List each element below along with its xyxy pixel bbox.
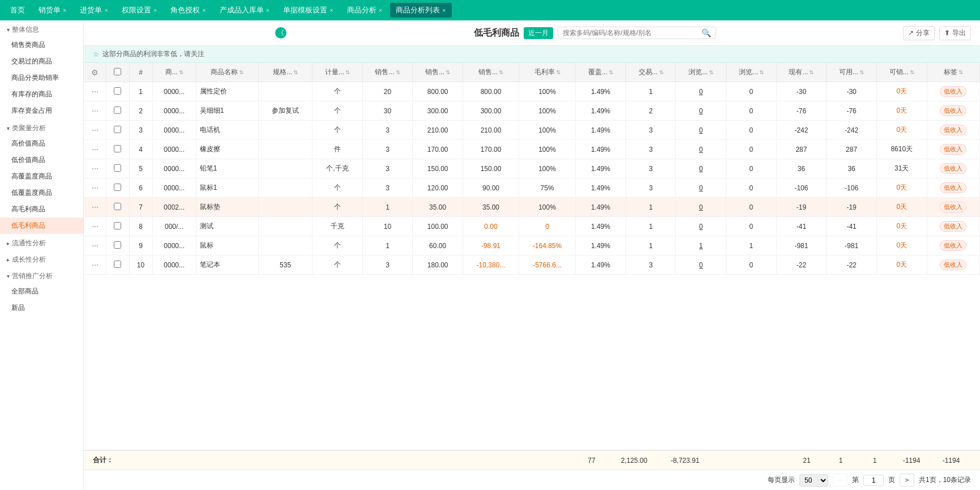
nav-role-auth[interactable]: 角色授权× <box>165 3 211 18</box>
col-code-header[interactable]: 商...⇅ <box>152 63 196 82</box>
nav-home[interactable]: 首页 <box>5 3 31 18</box>
col-sales-profit-header[interactable]: 销售...⇅ <box>463 63 519 82</box>
row-name[interactable]: 属性定价 <box>196 82 258 101</box>
sidebar-item-low-value[interactable]: 低价值商品 <box>0 152 83 168</box>
row-name[interactable]: 测试 <box>196 217 258 236</box>
row-tag[interactable]: 低收入 <box>927 198 979 217</box>
row-settings[interactable]: ⋯ <box>84 121 106 140</box>
row-checkbox[interactable] <box>106 159 129 178</box>
row-view1[interactable]: 1 <box>676 236 726 255</box>
row-checkbox[interactable] <box>106 140 129 159</box>
row-name[interactable]: 吴细细1 <box>196 101 258 121</box>
row-checkbox[interactable] <box>106 236 129 255</box>
row-view1[interactable]: 0 <box>676 101 726 121</box>
row-view1[interactable]: 0 <box>676 217 726 236</box>
row-checkbox[interactable] <box>106 101 129 121</box>
row-name[interactable]: 鼠标 <box>196 236 258 255</box>
row-checkbox[interactable] <box>106 217 129 236</box>
row-name[interactable]: 鼠标1 <box>196 178 258 198</box>
col-coverage-header[interactable]: 覆盖...⇅ <box>576 63 626 82</box>
sidebar-item-inventory-products[interactable]: 有库存的商品 <box>0 86 83 103</box>
row-checkbox[interactable] <box>106 121 129 140</box>
nav-sales-order[interactable]: 销货单× <box>33 3 72 18</box>
select-all-checkbox[interactable] <box>114 68 121 75</box>
prev-page-btn[interactable]: ＜ <box>833 474 848 487</box>
row-view1[interactable]: 0 <box>676 82 726 101</box>
export-btn[interactable]: ⬆ 导出 <box>939 26 971 40</box>
col-name-header[interactable]: 商品名称⇅ <box>196 63 258 82</box>
col-unit-header[interactable]: 计量...⇅ <box>313 63 363 82</box>
col-available-header[interactable]: 可用...⇅ <box>827 63 877 82</box>
row-name[interactable]: 橡皮擦 <box>196 140 258 159</box>
page-number-input[interactable] <box>863 475 884 486</box>
col-spec-header[interactable]: 规格...⇅ <box>259 63 313 82</box>
row-checkbox[interactable] <box>106 178 129 198</box>
row-tag[interactable]: 低收入 <box>927 121 979 140</box>
nav-template-settings[interactable]: 单据模板设置× <box>277 3 339 18</box>
row-name[interactable]: 鼠标垫 <box>196 198 258 217</box>
sidebar-item-sales-products[interactable]: 销售类商品 <box>0 37 83 53</box>
col-settings-header[interactable]: ⚙ <box>84 63 106 82</box>
row-view1[interactable]: 0 <box>676 178 726 198</box>
search-icon[interactable]: 🔍 <box>701 28 711 37</box>
row-settings[interactable]: ⋯ <box>84 217 106 236</box>
sidebar-item-new-products[interactable]: 新品 <box>0 300 83 316</box>
search-input[interactable] <box>563 29 701 37</box>
row-tag[interactable]: 低收入 <box>927 255 979 275</box>
col-view2-header[interactable]: 浏览...⇅ <box>726 63 777 82</box>
row-view1[interactable]: 0 <box>676 121 726 140</box>
row-settings[interactable]: ⋯ <box>84 159 106 178</box>
filter-recent-month-btn[interactable]: 近一月 <box>524 27 553 39</box>
row-view1[interactable]: 0 <box>676 140 726 159</box>
nav-product-entry[interactable]: 产成品入库单× <box>214 3 275 18</box>
row-name[interactable]: 铅笔1 <box>196 159 258 178</box>
nav-analysis-list[interactable]: 商品分析列表× <box>390 3 451 18</box>
sidebar-group-overall[interactable]: ▾ 整体信息 <box>0 20 83 37</box>
sidebar-item-high-margin[interactable]: 高毛利商品 <box>0 201 83 218</box>
row-settings[interactable]: ⋯ <box>84 255 106 275</box>
row-tag[interactable]: 低收入 <box>927 140 979 159</box>
row-view1[interactable]: 0 <box>676 159 726 178</box>
row-view1[interactable]: 0 <box>676 198 726 217</box>
row-settings[interactable]: ⋯ <box>84 198 106 217</box>
col-gross-rate-header[interactable]: 毛利率⇅ <box>519 63 576 82</box>
nav-product-analysis[interactable]: 商品分析× <box>341 3 388 18</box>
row-tag[interactable]: 低收入 <box>927 159 979 178</box>
col-view1-header[interactable]: 浏览...⇅ <box>676 63 726 82</box>
col-current-header[interactable]: 现有...⇅ <box>776 63 827 82</box>
row-tag[interactable]: 低收入 <box>927 82 979 101</box>
sidebar-item-all-products[interactable]: 全部商品 <box>0 283 83 300</box>
sidebar-item-low-margin[interactable]: 低毛利商品 <box>0 218 83 234</box>
col-tag-header[interactable]: 标签⇅ <box>927 63 979 82</box>
sidebar-group-liquidity[interactable]: ▸ 流通性分析 <box>0 234 83 250</box>
row-checkbox[interactable] <box>106 255 129 275</box>
share-btn[interactable]: ↗ 分享 <box>903 26 935 40</box>
next-page-btn[interactable]: ＞ <box>900 474 914 487</box>
sidebar-item-low-coverage[interactable]: 低覆盖度商品 <box>0 185 83 201</box>
row-checkbox[interactable] <box>106 198 129 217</box>
row-tag[interactable]: 低收入 <box>927 178 979 198</box>
row-view1[interactable]: 0 <box>676 255 726 275</box>
col-sales-amount-header[interactable]: 销售...⇅ <box>413 63 463 82</box>
row-tag[interactable]: 低收入 <box>927 217 979 236</box>
per-page-select[interactable]: 50 100 200 <box>799 474 828 487</box>
sidebar-item-traded-products[interactable]: 交易过的商品 <box>0 53 83 70</box>
row-settings[interactable]: ⋯ <box>84 178 106 198</box>
col-trade-header[interactable]: 交易...⇅ <box>626 63 676 82</box>
sidebar-group-growth[interactable]: ▸ 成长性分析 <box>0 250 83 267</box>
row-tag[interactable]: 低收入 <box>927 101 979 121</box>
sidebar-item-high-value[interactable]: 高价值商品 <box>0 135 83 152</box>
sidebar-collapse-btn[interactable]: 《 <box>275 27 286 39</box>
sidebar-item-category-rate[interactable]: 商品分类助销率 <box>0 70 83 86</box>
sidebar-group-marketing[interactable]: ▾ 营销推广分析 <box>0 267 83 283</box>
col-sales-qty-header[interactable]: 销售...⇅ <box>362 63 413 82</box>
sidebar-item-high-coverage[interactable]: 高覆盖度商品 <box>0 168 83 185</box>
row-tag[interactable]: 低收入 <box>927 236 979 255</box>
row-checkbox[interactable] <box>106 82 129 101</box>
nav-permissions[interactable]: 权限设置× <box>116 3 162 18</box>
row-name[interactable]: 笔记本 <box>196 255 258 275</box>
row-settings[interactable]: ⋯ <box>84 82 106 101</box>
col-saleable-header[interactable]: 可销...⇅ <box>876 63 927 82</box>
sidebar-item-inventory-capital[interactable]: 库存资金占用 <box>0 103 83 119</box>
row-settings[interactable]: ⋯ <box>84 140 106 159</box>
